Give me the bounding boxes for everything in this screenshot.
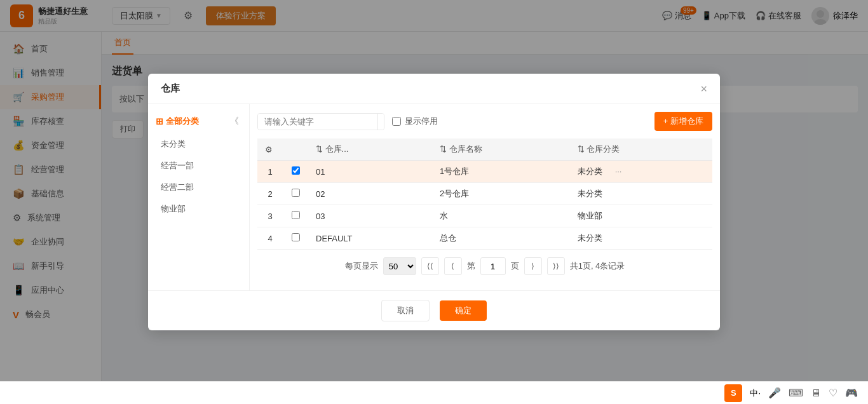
keyboard-icon[interactable]: ⌨ xyxy=(789,387,803,399)
show-disabled-label: 显示停用 xyxy=(405,116,438,127)
code-sort-icon: ⇅ xyxy=(316,144,323,154)
warehouse-table: ⚙ ⇅ 仓库... ⇅ 仓库名称 ⇅ xyxy=(257,138,712,250)
row-code: 03 xyxy=(308,205,432,227)
next-page-button[interactable]: ⟩ xyxy=(524,257,542,275)
bottom-label: 中· xyxy=(750,387,761,399)
category-sort-icon: ⇅ xyxy=(578,144,585,154)
table-toolbar: 🔍 显示停用 + 新增仓库 xyxy=(257,112,712,131)
row-checkbox[interactable] xyxy=(283,205,308,227)
show-disabled-area: 显示停用 xyxy=(392,116,438,127)
row-code: 02 xyxy=(308,183,432,205)
monitor-icon[interactable]: 🖥 xyxy=(811,387,821,399)
table-row[interactable]: 3 03 水 物业部 xyxy=(257,205,712,227)
table-row[interactable]: 2 02 2号仓库 未分类 xyxy=(257,183,712,205)
total-info: 共1页, 4条记录 xyxy=(570,260,625,272)
last-page-button[interactable]: ⟩⟩ xyxy=(547,257,565,275)
row-category: 未分类 xyxy=(570,227,712,250)
add-warehouse-button[interactable]: + 新增仓库 xyxy=(654,112,712,131)
row-more-button[interactable]: ··· xyxy=(615,166,622,176)
row-num: 2 xyxy=(257,183,283,205)
cancel-button[interactable]: 取消 xyxy=(381,300,430,321)
collapse-icon[interactable]: 《 xyxy=(227,114,241,128)
all-category-label[interactable]: ⊞ 全部分类 xyxy=(156,116,199,127)
heart-icon[interactable]: ♡ xyxy=(829,387,837,399)
row-name: 总仓 xyxy=(432,227,570,250)
category-item-dept2[interactable]: 经营二部 xyxy=(148,177,249,198)
row-category: 物业部 xyxy=(570,205,712,227)
modal-title: 仓库 xyxy=(161,83,180,95)
row-num: 4 xyxy=(257,227,283,250)
row-code: 01 xyxy=(308,161,432,183)
table-panel: 🔍 显示停用 + 新增仓库 ⚙ xyxy=(250,104,720,290)
th-code: ⇅ 仓库... xyxy=(308,138,432,161)
row-num: 3 xyxy=(257,205,283,227)
page-label: 第 xyxy=(467,260,475,272)
mic-icon[interactable]: 🎤 xyxy=(768,387,781,399)
close-icon[interactable]: × xyxy=(700,83,707,95)
bottom-bar: S 中· 🎤 ⌨ 🖥 ♡ 🎮 xyxy=(0,381,868,404)
category-panel: ⊞ 全部分类 《 未分类 经营一部 经营二部 物业部 xyxy=(148,104,250,290)
table-row[interactable]: 4 DEFAULT 总仓 未分类 xyxy=(257,227,712,250)
grid-icon: ⊞ xyxy=(156,116,163,126)
s-logo: S xyxy=(724,384,742,402)
per-page-select[interactable]: 50 100 xyxy=(383,257,416,275)
category-item-unclassified[interactable]: 未分类 xyxy=(148,133,249,155)
th-name: ⇅ 仓库名称 xyxy=(432,138,570,161)
th-check xyxy=(283,138,308,161)
first-page-button[interactable]: ⟨⟨ xyxy=(421,257,439,275)
row-category: 未分类··· xyxy=(570,161,712,183)
row-name: 2号仓库 xyxy=(432,183,570,205)
pagination: 每页显示 50 100 ⟨⟨ ⟨ 第 页 ⟩ ⟩⟩ 共1页, 4条记录 xyxy=(257,250,712,283)
row-category: 未分类 xyxy=(570,183,712,205)
all-category-text: 全部分类 xyxy=(166,116,199,127)
prev-page-button[interactable]: ⟨ xyxy=(444,257,462,275)
page-input[interactable] xyxy=(480,257,506,275)
modal-overlay[interactable]: 仓库 × ⊞ 全部分类 《 未分类 经营一部 经营二部 物业部 xyxy=(0,0,868,404)
modal-header: 仓库 × xyxy=(148,74,720,104)
row-num: 1 xyxy=(257,161,283,183)
category-item-property[interactable]: 物业部 xyxy=(148,198,249,220)
category-header: ⊞ 全部分类 《 xyxy=(148,109,249,133)
search-button[interactable]: 🔍 xyxy=(377,114,384,130)
page-unit: 页 xyxy=(511,260,519,272)
row-checkbox[interactable] xyxy=(283,161,308,183)
category-item-dept1[interactable]: 经营一部 xyxy=(148,155,249,177)
search-box: 🔍 xyxy=(257,113,384,130)
warehouse-modal: 仓库 × ⊞ 全部分类 《 未分类 经营一部 经营二部 物业部 xyxy=(148,74,720,330)
th-settings[interactable]: ⚙ xyxy=(257,138,283,161)
name-sort-icon: ⇅ xyxy=(440,144,447,154)
per-page-label: 每页显示 xyxy=(345,260,378,272)
gamepad-icon[interactable]: 🎮 xyxy=(845,387,858,399)
modal-footer: 取消 确定 xyxy=(148,290,720,330)
confirm-button[interactable]: 确定 xyxy=(440,300,487,321)
modal-body: ⊞ 全部分类 《 未分类 经营一部 经营二部 物业部 🔍 xyxy=(148,104,720,290)
th-category: ⇅ 仓库分类 xyxy=(570,138,712,161)
row-name: 水 xyxy=(432,205,570,227)
row-checkbox[interactable] xyxy=(283,183,308,205)
row-checkbox[interactable] xyxy=(283,227,308,250)
row-name: 1号仓库 xyxy=(432,161,570,183)
search-input[interactable] xyxy=(258,114,377,130)
row-code: DEFAULT xyxy=(308,227,432,250)
table-row[interactable]: 1 01 1号仓库 未分类··· xyxy=(257,161,712,183)
show-disabled-checkbox[interactable] xyxy=(392,117,401,126)
